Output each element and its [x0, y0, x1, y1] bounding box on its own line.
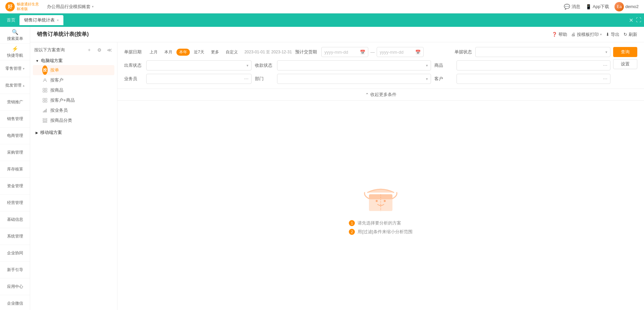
sidebar-item-app-center[interactable]: 应用中心	[0, 278, 30, 295]
svg-point-19	[376, 200, 378, 202]
app-selector[interactable]: 办公用品行业模拟账套 ▾	[47, 4, 94, 10]
shortcut-7days[interactable]: 近7天	[191, 49, 207, 56]
triangle-icon: ▼	[36, 59, 39, 63]
shortcut-this-month[interactable]: 本月	[162, 49, 175, 56]
svg-rect-7	[43, 101, 45, 102]
sidebar-item-inventory[interactable]: 库存核算	[0, 161, 30, 178]
scheme-item-by-salesman[interactable]: 按业务员	[33, 105, 114, 115]
expected-date-to[interactable]: yyyy-mm-dd 📅	[377, 47, 424, 57]
out-status-arrow: ▾	[247, 63, 249, 68]
refresh-icon: ↻	[624, 32, 627, 37]
tab-close-button[interactable]: ×	[57, 18, 59, 22]
mobile-scheme-label: 移动端方案	[40, 130, 62, 136]
tab-home[interactable]: 首页	[3, 17, 19, 23]
settings-scheme-button[interactable]: ⚙	[96, 46, 103, 54]
chevron-up-icon: ▴	[23, 84, 24, 87]
export-button[interactable]: ⬇ 导出	[606, 32, 620, 38]
dept-select[interactable]: ▾	[277, 74, 431, 84]
empty-hints: 1 请先选择要分析的方案 2 用[过滤]条件来缩小分析范围	[349, 220, 412, 235]
svg-rect-5	[43, 98, 45, 100]
shortcut-more[interactable]: 更多	[208, 49, 222, 56]
mobile-scheme-header[interactable]: ▶ 移动端方案	[33, 128, 114, 137]
tab-bar-right: ✕ ⛶	[629, 17, 641, 23]
scheme-item-by-customer-goods[interactable]: 按客户+商品	[33, 95, 114, 105]
svg-rect-4	[45, 91, 47, 92]
scheme-item-by-goods-category[interactable]: 按商品分类	[33, 115, 114, 125]
desktop-scheme-group: ▼ 电脑端方案 按 按单	[30, 56, 117, 125]
svg-rect-2	[45, 88, 47, 90]
pay-status-select[interactable]: ▾	[277, 60, 431, 70]
desktop-scheme-label: 电脑端方案	[41, 58, 63, 64]
calendar-icon2: 📅	[415, 50, 421, 55]
customer-more-icon[interactable]: ···	[603, 76, 607, 82]
refresh-button[interactable]: ↻ 刷新	[624, 32, 637, 38]
shortcut-custom[interactable]: 自定义	[223, 49, 240, 56]
shortcut-last-month[interactable]: 上月	[147, 49, 160, 56]
scheme-item-by-order[interactable]: 按 按单	[33, 65, 114, 75]
sidebar-item-search-menu[interactable]: 🔍 搜索菜单	[0, 27, 30, 44]
salesman-scheme-icon	[42, 108, 48, 113]
tab-active[interactable]: 销售订单统计表 ×	[19, 15, 63, 25]
expected-date-from[interactable]: yyyy-mm-dd 📅	[321, 47, 368, 57]
sidebar-item-quick-nav[interactable]: ⚡ 快捷导航	[0, 44, 30, 60]
query-button[interactable]: 查询	[613, 47, 637, 57]
pay-status-arrow: ▾	[426, 63, 428, 68]
user-menu[interactable]: Ea demo2	[614, 2, 639, 11]
out-status-select[interactable]: ▾	[146, 60, 252, 70]
scheme-label: 按以下方案查询	[34, 47, 83, 53]
sidebar-item-retail-mgmt[interactable]: 零售管理 ▾	[0, 60, 30, 77]
mobile-scheme-group: ▶ 移动端方案	[30, 128, 117, 137]
goods-more-icon[interactable]: ···	[603, 62, 607, 68]
sidebar-item-wholesale-mgmt[interactable]: 批发管理 ▴	[0, 77, 30, 94]
svg-rect-8	[45, 101, 47, 102]
close-tab-icon[interactable]: ✕	[629, 17, 633, 23]
status-select-arrow: ▾	[605, 50, 607, 54]
scheme-item-by-goods[interactable]: 按商品	[33, 85, 114, 95]
svg-rect-3	[43, 91, 45, 92]
sidebar-item-enterprise-collab[interactable]: 企业协同	[0, 245, 30, 262]
tab-bar: 首页 销售订单统计表 × ✕ ⛶	[0, 13, 644, 27]
goods-select[interactable]: ···	[457, 60, 610, 70]
goods-scheme-icon	[42, 88, 48, 93]
collapse-panel-button[interactable]: ≪	[106, 46, 113, 54]
status-select[interactable]: ▾	[475, 47, 610, 57]
settings-button[interactable]: 设置	[613, 59, 637, 69]
sidebar-item-enterprise-wechat[interactable]: 企业微信	[0, 295, 30, 310]
desktop-scheme-header[interactable]: ▼ 电脑端方案	[33, 56, 114, 65]
sidebar-item-finance-mgmt[interactable]: 资金管理	[0, 178, 30, 195]
left-panel-toolbar: 按以下方案查询 ＋ ⚙ ≪	[30, 46, 117, 56]
customer-select[interactable]: ···	[457, 74, 610, 84]
chevron-down-icon: ▾	[92, 5, 94, 8]
sidebar-item-basic-info[interactable]: 基础信息	[0, 211, 30, 228]
sidebar-item-purchase-mgmt[interactable]: 采购管理	[0, 144, 30, 161]
main-layout: 🔍 搜索菜单 ⚡ 快捷导航 零售管理 ▾ 批发管理 ▴ 营销推广 销售管理 电商…	[0, 27, 644, 310]
app-download-button[interactable]: 📱 App下载	[586, 4, 609, 10]
svg-rect-12	[46, 109, 47, 112]
svg-rect-15	[43, 122, 47, 122]
top-bar: 好 畅捷通好生意 标准版 办公用品行业模拟账套 ▾ 💬 消息 📱 App下载 E…	[0, 0, 644, 13]
sidebar-item-ecommerce[interactable]: 电商管理	[0, 127, 30, 144]
add-scheme-button[interactable]: ＋	[86, 46, 93, 54]
messages-button[interactable]: 💬 消息	[564, 4, 580, 10]
out-status-label: 出库状态	[124, 62, 144, 68]
sidebar-item-marketing[interactable]: 营销推广	[0, 94, 30, 111]
sidebar-item-new-guide[interactable]: 新手引导	[0, 262, 30, 278]
page-title: 销售订单统计表(按单)	[37, 31, 89, 38]
sidebar-item-sales-mgmt[interactable]: 销售管理	[0, 111, 30, 127]
maximize-tab-icon[interactable]: ⛶	[636, 17, 641, 23]
salesman-more-icon[interactable]: ···	[244, 76, 249, 82]
shortcut-this-year[interactable]: 本年	[176, 49, 190, 56]
page-actions: ❓ 帮助 🖨 按模板打印 ▾ ⬇ 导出 ↻ 刷新	[552, 32, 637, 38]
template-print-button[interactable]: 🖨 按模板打印 ▾	[571, 32, 602, 38]
goods-label: 商品	[434, 62, 454, 68]
calendar-icon: 📅	[360, 50, 365, 55]
collapse-bar[interactable]: ⌃ 收起更多条件	[117, 89, 644, 101]
quick-nav-icon: ⚡	[12, 46, 18, 52]
sidebar-item-sys-mgmt[interactable]: 系统管理	[0, 228, 30, 245]
salesman-select[interactable]: ···	[146, 74, 252, 84]
help-button[interactable]: ❓ 帮助	[552, 32, 567, 38]
svg-rect-9	[43, 111, 44, 112]
inner-layout: 按以下方案查询 ＋ ⚙ ≪ ▼ 电脑端方案 按 按单	[30, 42, 644, 310]
sidebar-item-ops-mgmt[interactable]: 经营管理	[0, 195, 30, 211]
scheme-item-by-customer[interactable]: 按客户	[33, 75, 114, 85]
